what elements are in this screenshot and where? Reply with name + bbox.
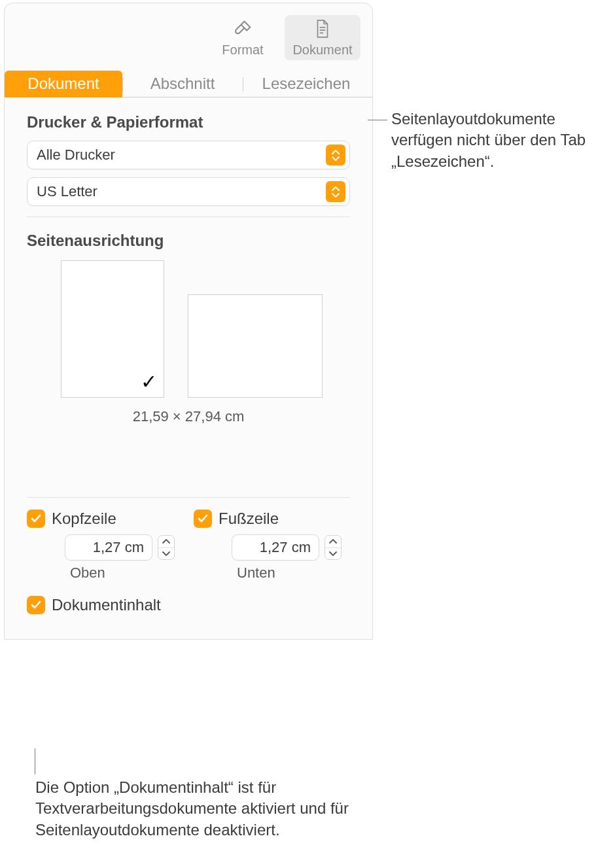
paintbrush-icon (233, 19, 253, 39)
chevrons-icon (326, 181, 345, 202)
header-checkbox-row[interactable]: Kopfzeile (27, 510, 183, 528)
callout-lesezeichen: Seitenlayoutdokumente verfügen nicht übe… (391, 109, 607, 172)
tab-abschnitt[interactable]: Abschnitt (122, 71, 243, 97)
check-icon: ✓ (141, 370, 157, 393)
dokument-label: Dokument (292, 43, 352, 58)
footer-label: Fußzeile (219, 510, 279, 528)
header-footer-section: Kopfzeile 1,27 cm Oben Fußzeile (5, 510, 372, 582)
callout-leader (35, 748, 35, 774)
document-body-checkbox[interactable]: Dokumentinhalt (27, 596, 350, 614)
chevron-down-icon (325, 548, 341, 560)
orientation-landscape[interactable] (188, 294, 323, 398)
callout-dokumentinhalt: Die Option „Dokumentinhalt“ ist für Text… (35, 777, 382, 841)
page-dimensions: 21,59 × 27,94 cm (27, 408, 350, 425)
checkbox-checked-icon (27, 510, 45, 528)
toolbar: Format Dokument (5, 3, 372, 64)
printer-select-value: Alle Drucker (37, 147, 115, 164)
printer-section: Drucker & Papierformat Alle Drucker US L… (5, 97, 372, 206)
format-label: Format (222, 43, 263, 58)
paper-select-value: US Letter (37, 183, 97, 200)
callout-leader (368, 120, 387, 120)
chevron-up-icon (158, 536, 174, 548)
document-icon (313, 19, 332, 39)
divider (27, 497, 350, 498)
footer-value-input[interactable]: 1,27 cm (232, 534, 319, 561)
footer-pos-label: Unten (237, 564, 350, 582)
paper-select[interactable]: US Letter (27, 177, 350, 206)
tabs: Dokument Abschnitt Lesezeichen (5, 71, 372, 97)
header-pos-label: Oben (70, 564, 183, 582)
footer-stepper[interactable] (325, 535, 342, 560)
chevrons-icon (326, 145, 345, 165)
orientation-title: Seitenausrichtung (27, 232, 350, 250)
printer-select[interactable]: Alle Drucker (27, 141, 350, 169)
printer-title: Drucker & Papierformat (27, 113, 350, 131)
header-label: Kopfzeile (52, 510, 116, 528)
orientation-section: Seitenausrichtung ✓ 21,59 × 27,94 cm (5, 217, 372, 425)
checkbox-checked-icon (194, 510, 212, 528)
checkbox-checked-icon (27, 596, 45, 614)
format-button[interactable]: Format (205, 15, 281, 60)
dokument-button[interactable]: Dokument (285, 15, 360, 60)
tab-dokument[interactable]: Dokument (5, 71, 122, 97)
chevron-down-icon (158, 548, 174, 560)
chevron-up-icon (325, 536, 341, 548)
sidebar-panel: Format Dokument Dokument Abschnitt Lesez… (4, 3, 373, 640)
footer-checkbox-row[interactable]: Fußzeile (194, 510, 350, 528)
document-body-label: Dokumentinhalt (52, 596, 161, 614)
header-stepper[interactable] (158, 535, 175, 560)
header-value-input[interactable]: 1,27 cm (65, 534, 152, 561)
document-body-row: Dokumentinhalt (5, 596, 372, 614)
tab-lesezeichen[interactable]: Lesezeichen (243, 71, 370, 97)
orientation-portrait[interactable]: ✓ (61, 260, 164, 398)
